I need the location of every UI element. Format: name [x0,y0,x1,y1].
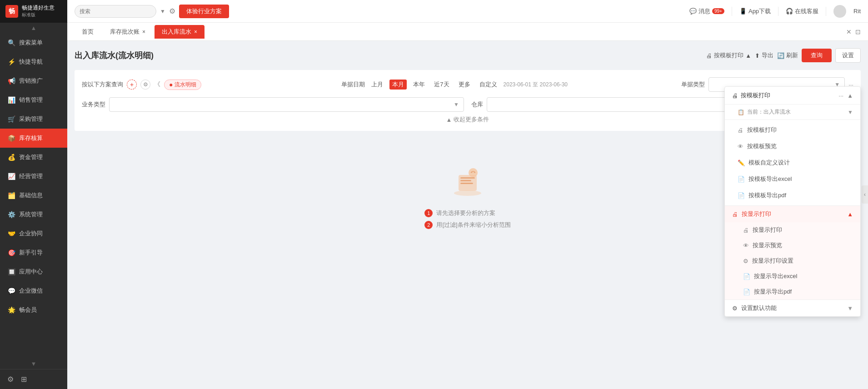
tab-close-inventory-flow[interactable]: × [194,29,197,35]
sidebar-item-search[interactable]: 🔍 搜索菜单 [0,33,67,52]
sidebar-item-inventory[interactable]: 📦 库存核算 [0,129,67,148]
search-plan-label: 按以下方案查询 [82,80,123,89]
divider [732,7,732,16]
sidebar-item-marketing[interactable]: 📢 营销推广 [0,71,67,90]
trial-button[interactable]: 体验行业方案 [179,5,229,18]
dropdown-display-print-settings[interactable]: ⚙ 按显示打印设置 [725,253,860,269]
svg-point-5 [469,168,478,177]
footer-arrow: ▼ [847,305,853,312]
dropdown-display-excel[interactable]: 📄 按显示导出excel [725,269,860,284]
display-print-section-icon: 🖨 [732,211,738,218]
user-name[interactable]: Rit [853,8,861,15]
logo-text: 畅捷通好生意 标准版 [22,5,55,18]
sidebar-bottom: ⚙ ⊞ [0,369,67,389]
inventory-icon: 📦 [7,134,15,142]
default-settings-icon: ⚙ [732,305,738,312]
date-range-text: 2023-06-01 至 2023-06-30 [504,81,568,89]
date-option-7days[interactable]: 近7天 [431,80,452,90]
dropdown-template-preview[interactable]: 👁 按模板预览 [725,138,860,155]
tab-close-inventory-batch[interactable]: × [142,29,145,35]
dropdown-template-custom[interactable]: ✏️ 模板自定义设计 [725,155,860,171]
sidebar-scroll-up[interactable]: ▲ [0,23,67,33]
date-option-this-year[interactable]: 本年 [410,80,428,90]
date-option-custom[interactable]: 自定义 [477,80,500,90]
date-option-this-month[interactable]: 本月 [389,80,407,90]
right-expand-handle[interactable]: ‹ [862,185,868,204]
app-download-button[interactable]: 📱 App下载 [739,7,771,15]
marketing-icon: 📢 [7,77,15,85]
sidebar-item-shortcuts[interactable]: ⚡ 快捷导航 [0,52,67,71]
message-icon: 💬 [689,8,697,15]
sidebar-item-sales[interactable]: 📊 销售管理 [0,90,67,110]
date-options: 上月 本月 本年 近7天 更多 自定义 [369,80,499,90]
tab-inventory-batch[interactable]: 库存批次账 × [103,25,153,39]
sidebar-item-wechat[interactable]: 💬 企业微信 [0,281,67,300]
display-preview-icon: 👁 [743,242,749,249]
settings-button[interactable]: 设置 [835,48,861,63]
dropdown-display-print-header[interactable]: 🖨 按显示打印 ▲ [725,206,860,222]
sidebar-item-finance[interactable]: 💰 资金管理 [0,148,67,167]
query-button[interactable]: 查询 [802,49,832,62]
dropdown-display-preview[interactable]: 👁 按显示预览 [725,238,860,253]
template-print-icon: 🖨 [738,127,743,134]
printer-dropdown-icon: 🖨 [732,92,738,99]
print-template-button[interactable]: 🖨 按模板打印 ▲ [706,51,751,60]
business-type-dropdown-icon: ▼ [454,101,459,108]
date-option-more[interactable]: 更多 [456,80,473,90]
add-filter-button[interactable]: + [127,80,137,90]
dropdown-display-section: 🖨 按显示打印 👁 按显示预览 ⚙ 按显示打印设置 📄 按显示导出excel 📄 [725,222,860,299]
toggle-sidebar-icon[interactable]: ⊞ [21,375,27,384]
topbar-left: ▼ ⚙ 体验行业方案 [75,5,229,18]
export-button[interactable]: ⬆ 导出 [755,51,773,60]
avatar[interactable] [833,5,846,18]
online-service-button[interactable]: 🎧 在线客服 [786,7,818,15]
expand-tabs-icon[interactable]: ⊡ [855,28,861,35]
sidebar-item-apps[interactable]: 🔲 应用中心 [0,262,67,281]
page-actions: 🖨 按模板打印 ▲ ⬆ 导出 🔄 刷新 查询 设置 [706,48,861,63]
svg-rect-2 [460,177,475,179]
dropdown-dots-icon[interactable]: ··· [838,92,843,99]
dropdown-display-pdf[interactable]: 📄 按显示导出pdf [725,284,860,299]
system-icon: ⚙️ [7,210,15,219]
display-print-settings-icon: ⚙ [743,258,748,264]
guide-icon: 🎯 [7,249,15,257]
tab-inventory-flow[interactable]: 出入库流水 × [155,25,205,39]
dropdown-footer[interactable]: ⚙ 设置默认功能 ▼ [725,299,860,316]
sidebar-item-basics[interactable]: 🗂️ 基础信息 [0,186,67,205]
sidebar-item-enterprise[interactable]: 🤝 企业协同 [0,224,67,243]
dropdown-template-print[interactable]: 🖨 按模板打印 [725,122,860,138]
settings-icon[interactable]: ⚙ [7,375,14,384]
empty-step-1: 1 请先选择要分析的方案 [424,209,510,217]
filter-collapse-icon[interactable]: 《 [154,80,160,89]
collapse-arrow-icon: ▲ [446,116,452,123]
dropdown-collapse-icon[interactable]: ▲ [847,92,853,99]
svg-rect-4 [460,183,473,184]
dropdown-display-print[interactable]: 🖨 按显示打印 [725,222,860,238]
tab-close-all-icon[interactable]: ✕ [846,28,852,35]
dropdown-template-pdf[interactable]: 📄 按模板导出pdf [725,187,860,204]
empty-step-2: 2 用[过滤]条件来缩小分析范围 [424,221,510,229]
search-dropdown-icon[interactable]: ▼ [160,8,165,15]
template-excel-icon: 📄 [738,176,745,183]
sidebar-item-system[interactable]: ⚙️ 系统管理 [0,205,67,224]
filter-settings-icon[interactable]: ⚙ [140,80,150,90]
settings-gear-icon[interactable]: ⚙ [169,7,175,15]
refresh-button[interactable]: 🔄 刷新 [777,51,798,60]
sidebar-item-member[interactable]: 🌟 畅会员 [0,300,67,319]
sidebar-item-guide[interactable]: 🎯 新手引导 [0,243,67,262]
dropdown-template-excel[interactable]: 📄 按模板导出excel [725,171,860,187]
current-label-arrow: ▼ [848,109,853,115]
date-option-last-month[interactable]: 上月 [369,80,386,90]
enterprise-icon: 🤝 [7,229,15,238]
sidebar-item-purchase[interactable]: 🛒 采购管理 [0,110,67,129]
search-input[interactable] [75,5,156,18]
message-button[interactable]: 💬 消息 99+ [689,7,724,15]
display-print-section-arrow: ▲ [847,211,853,218]
sidebar-scroll-down[interactable]: ▼ [0,359,67,369]
tab-home[interactable]: 首页 [75,25,101,39]
search-icon: 🔍 [7,39,15,47]
business-type-select[interactable]: ▼ [109,97,464,112]
svg-point-0 [454,190,481,196]
apps-icon: 🔲 [7,268,15,276]
sidebar-item-operations[interactable]: 📈 经营管理 [0,167,67,186]
